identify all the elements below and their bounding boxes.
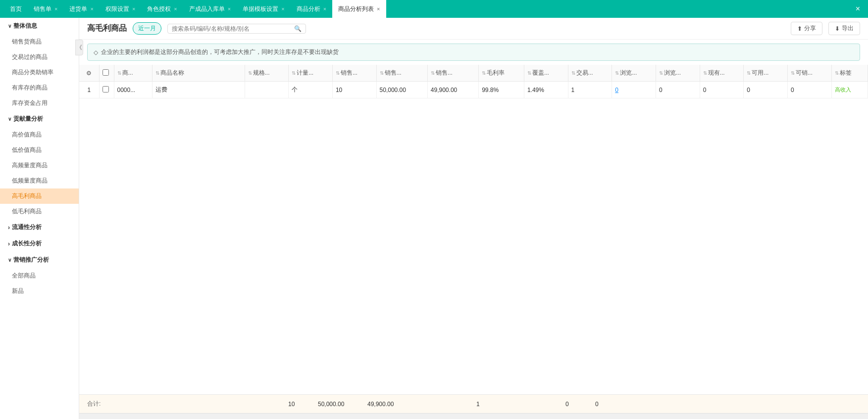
sort-icon: ⇅: [482, 70, 486, 76]
cell-browse1[interactable]: 0: [612, 82, 656, 98]
export-button[interactable]: ⬇ 导出: [828, 22, 860, 35]
cell-sales-amount: 50,000.00: [376, 82, 427, 98]
nav-label-roles: 角色授权: [147, 5, 171, 13]
cell-trade: 1: [568, 82, 612, 98]
nav-label-sales: 销售单: [34, 5, 51, 13]
sidebar-collapse-button[interactable]: 《: [75, 40, 83, 55]
date-filter-recent-month[interactable]: 近一月: [133, 22, 161, 35]
col-available[interactable]: ⇅可用...: [744, 65, 788, 82]
section-label-growth: 成长性分析: [12, 239, 42, 248]
close-icon[interactable]: ×: [323, 6, 326, 12]
col-browse1[interactable]: ⇅浏览...: [612, 65, 656, 82]
col-current[interactable]: ⇅现有...: [700, 65, 744, 82]
cell-sales-qty: 10: [332, 82, 376, 98]
col-settings[interactable]: ⚙: [79, 65, 99, 82]
nav-item-home[interactable]: 首页: [4, 0, 28, 18]
page-title: 高毛利商品: [87, 23, 127, 34]
sidebar-item-stock-occupy[interactable]: 库存资金占用: [0, 95, 79, 111]
nav-item-template-settings[interactable]: 单据模板设置 ×: [237, 0, 290, 18]
cell-cover: 1.49%: [524, 82, 568, 98]
info-icon: ◇: [94, 49, 98, 56]
info-banner: ◇ 企业的主要的利润都是这部分商品创造的，可考虑加大推广，同时关注库存是不要出现…: [87, 44, 860, 61]
cell-name: 运费: [152, 82, 245, 98]
nav-item-goods-analysis-list[interactable]: 商品分析列表 ×: [332, 0, 386, 18]
col-unit[interactable]: ⇅计量...: [289, 65, 333, 82]
col-sellable[interactable]: ⇅可销...: [788, 65, 832, 82]
col-tag[interactable]: ⇅标签: [831, 65, 868, 82]
sidebar-item-high-freq[interactable]: 高频量度商品: [0, 158, 79, 173]
nav-label-goods-analysis-list: 商品分析列表: [338, 5, 374, 13]
nav-item-permissions[interactable]: 权限设置 ×: [100, 0, 141, 18]
sidebar-item-new-goods[interactable]: 新品: [0, 283, 79, 299]
cell-tag: 高收入: [831, 82, 868, 98]
sort-icon: ⇅: [431, 70, 435, 76]
share-icon: ⬆: [797, 25, 802, 32]
section-label-asset: 贡献量分析: [13, 115, 43, 123]
nav-item-purchase[interactable]: 进货单 ×: [63, 0, 99, 18]
cell-index: 1: [79, 82, 99, 98]
search-box: 🔍: [167, 24, 306, 34]
section-label-marketing: 营销推广分析: [13, 256, 49, 264]
select-all-checkbox[interactable]: [102, 69, 109, 76]
close-icon[interactable]: ×: [54, 6, 57, 12]
col-spec[interactable]: ⇅规格...: [245, 65, 289, 82]
search-icon[interactable]: 🔍: [294, 25, 302, 32]
sidebar-item-low-freq[interactable]: 低频量度商品: [0, 173, 79, 188]
window-close-button[interactable]: ×: [852, 4, 864, 13]
nav-label-goods-analysis: 商品分析: [297, 5, 320, 13]
nav-label-home: 首页: [10, 5, 22, 13]
sort-icon: ⇅: [571, 70, 575, 76]
sidebar-item-high-profit[interactable]: 高毛利商品: [0, 188, 79, 204]
sort-icon: ⇅: [659, 70, 663, 76]
sidebar-item-stocked-goods[interactable]: 有库存的商品: [0, 80, 79, 95]
sort-icon: ⇅: [155, 70, 159, 76]
col-browse2[interactable]: ⇅浏览...: [656, 65, 700, 82]
col-trade[interactable]: ⇅交易...: [568, 65, 612, 82]
close-icon[interactable]: ×: [174, 6, 177, 12]
sort-icon: ⇅: [835, 70, 839, 76]
cell-checkbox[interactable]: [99, 82, 114, 98]
sort-icon: ⇅: [336, 70, 340, 76]
close-icon[interactable]: ×: [281, 6, 284, 12]
nav-item-goods-analysis[interactable]: 商品分析 ×: [291, 0, 332, 18]
col-name[interactable]: ⇅商品名称: [152, 65, 245, 82]
sidebar-section-overall[interactable]: ∨ 整体信息: [0, 18, 79, 34]
cell-available: 0: [744, 82, 788, 98]
sidebar-item-all-goods[interactable]: 全部商品: [0, 268, 79, 283]
col-sales-qty[interactable]: ⇅销售...: [332, 65, 376, 82]
sidebar-section-flow[interactable]: › 流通性分析: [0, 219, 79, 235]
sidebar-section-marketing[interactable]: ∨ 营销推广分析: [0, 252, 79, 268]
sidebar-item-sales-goods[interactable]: 销售货商品: [0, 34, 79, 49]
bottom-scrollbar[interactable]: [79, 413, 868, 419]
sidebar-item-goods-assist-rate[interactable]: 商品分类助销率: [0, 65, 79, 80]
nav-item-roles[interactable]: 角色授权 ×: [141, 0, 183, 18]
sidebar-item-low-value[interactable]: 低价值商品: [0, 142, 79, 158]
top-navigation: 首页 销售单 × 进货单 × 权限设置 × 角色授权 × 产成品入库单 × 单据…: [0, 0, 868, 18]
sidebar-item-low-profit[interactable]: 低毛利商品: [0, 204, 79, 219]
sidebar-section-asset[interactable]: ∨ 贡献量分析: [0, 111, 79, 127]
sidebar-section-growth[interactable]: › 成长性分析: [0, 235, 79, 252]
sidebar-item-traded-goods[interactable]: 交易过的商品: [0, 49, 79, 65]
col-cover[interactable]: ⇅覆盖...: [524, 65, 568, 82]
footer-current: 0: [562, 401, 592, 408]
nav-label-product-inbound: 产成品入库单: [189, 5, 225, 13]
sidebar-item-high-value[interactable]: 高价值商品: [0, 127, 79, 142]
share-button[interactable]: ⬆ 分享: [791, 22, 822, 35]
row-checkbox[interactable]: [102, 86, 109, 93]
col-code[interactable]: ⇅商...: [114, 65, 152, 82]
col-gross-rate[interactable]: ⇅毛利率: [479, 65, 524, 82]
chevron-right-icon: ›: [8, 224, 10, 231]
close-icon[interactable]: ×: [228, 6, 231, 12]
close-icon[interactable]: ×: [377, 6, 380, 12]
col-sales-cost[interactable]: ⇅销售...: [427, 65, 478, 82]
close-icon[interactable]: ×: [90, 6, 93, 12]
table-row: 1 0000... 运费 个 10 50,000.00 49,900.00 99…: [79, 82, 868, 98]
nav-item-sales[interactable]: 销售单 ×: [28, 0, 63, 18]
search-input[interactable]: [172, 25, 294, 32]
col-sales-amount[interactable]: ⇅销售...: [376, 65, 427, 82]
close-icon[interactable]: ×: [132, 6, 135, 12]
footer-sales-qty: 10: [285, 401, 315, 408]
chevron-down-icon: ∨: [8, 257, 11, 263]
sort-icon: ⇅: [703, 70, 707, 76]
nav-item-product-inbound[interactable]: 产成品入库单 ×: [183, 0, 237, 18]
